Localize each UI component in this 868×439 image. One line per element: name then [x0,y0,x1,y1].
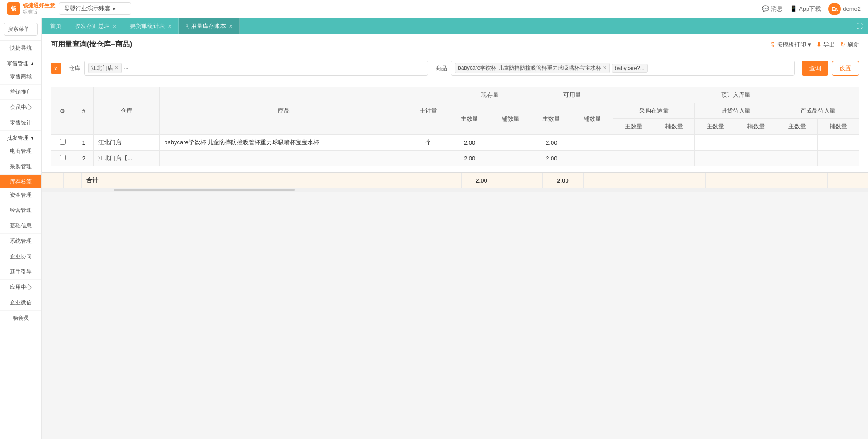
page-actions: 🖨 按模板打印 ▾ ⬇ 导出 ↻ 刷新 [769,41,859,49]
row-main-unit: 个 [408,135,449,151]
product-tag-babycare: babycare学饮杯 儿童防摔防撞吸管杯重力球吸嘴杯宝宝水杯 ✕ [455,63,610,73]
sidebar-item-retail-mall[interactable]: 零售商城 [0,69,41,85]
sidebar-item-retail-stats[interactable]: 零售统计 [0,115,41,131]
product-filter-tags[interactable]: babycare学饮杯 儿童防摔防撞吸管杯重力球吸嘴杯宝宝水杯 ✕ babyca… [451,61,795,76]
warehouse-tag-close[interactable]: ✕ [114,65,118,71]
sidebar-item-inventory-check[interactable]: 库存核算 [0,175,41,188]
tab-close-order-stats[interactable]: ✕ [168,24,172,29]
page-header: 可用量查询(按仓库+商品) 🖨 按模板打印 ▾ ⬇ 导出 ↻ [42,34,868,55]
col-purchase-transit-header: 采购在途量 [613,103,695,119]
row-finished-aux [818,135,859,151]
tab-available-inventory[interactable]: 可用量库存账本 ✕ [179,18,240,34]
sidebar-item-enterprise-wechat[interactable]: 企业微信 [0,295,41,311]
query-button[interactable]: 查询 [802,61,828,76]
tab-home[interactable]: 首页 [43,18,68,34]
minimize-icon[interactable]: — [846,23,853,30]
col-purchase-transit-aux: 辅数量 [654,119,695,135]
warehouse-filter-group: 仓库 江北门店 ✕ ··· [69,61,428,76]
sidebar-item-basic-info[interactable]: 基础信息 [0,218,41,234]
row-available-main-qty: 2.00 [531,135,572,151]
sidebar-item-wholesale-mgmt[interactable]: 批发管理 ▼ [0,131,41,144]
total-empty-settings [42,173,63,188]
page-content: 可用量查询(按仓库+商品) 🖨 按模板打印 ▾ ⬇ 导出 ↻ [42,34,868,439]
search-menu-button[interactable]: 搜索菜单 [4,23,38,36]
col-current-main-qty-header: 主数量 [449,103,490,135]
template-dropdown-icon: ▾ [808,41,811,48]
col-index-header: # [74,87,94,135]
row-warehouse: 江北门店【... [93,151,159,166]
tab-order-stats[interactable]: 要货单统计表 ✕ [123,18,179,34]
col-product-header: 商品 [160,87,408,135]
sidebar-item-member-vip[interactable]: 畅会员 [0,311,41,326]
sidebar-item-ecommerce-mgmt[interactable]: 电商管理 [0,144,41,159]
sidebar-item-newcomer-guide[interactable]: 新手引导 [0,264,41,280]
industry-selector[interactable]: 母婴行业演示账套 ▾ [59,2,131,15]
horizontal-scrollbar[interactable] [42,188,868,192]
sidebar-item-quick-nav[interactable]: 快捷导航 [0,41,41,56]
sidebar-item-retail-mgmt[interactable]: 零售管理 ▲ [0,56,41,69]
col-available-header: 可用量 [531,87,613,103]
filter-actions: 查询 设置 [802,61,859,76]
sidebar-item-enterprise-collab[interactable]: 企业协同 [0,249,41,264]
product-tag-close-1[interactable]: ✕ [603,65,607,71]
data-table: ⚙ # 仓库 商品 主计量 现存量 可用量 预计入库量 主数量 [51,87,859,166]
tab-close-available-inventory[interactable]: ✕ [229,24,233,29]
sidebar-item-member-center[interactable]: 会员中心 [0,100,41,115]
row-checkbox[interactable] [51,151,74,166]
brand-subtitle: 标准版 [23,9,55,15]
col-main-unit-header: 主计量 [408,87,449,135]
brand-icon: 畅 [7,2,20,15]
tab-close-income-expense[interactable]: ✕ [113,24,117,29]
refresh-button[interactable]: ↻ 刷新 [840,41,859,49]
app-download-button[interactable]: 📱 App下载 [790,5,821,13]
total-empty-index [63,173,81,188]
export-button[interactable]: ⬇ 导出 [816,41,835,49]
row-purchase-transit-main [613,151,654,166]
row-incoming-aux [736,135,777,151]
col-incoming-main: 主数量 [695,119,736,135]
arrow-icon: ▲ [30,61,35,66]
row-main-unit [408,151,449,166]
total-empty-unit [425,173,461,188]
message-button[interactable]: 💬 消息 [762,5,783,13]
sidebar-item-purchase-mgmt[interactable]: 采购管理 [0,159,41,175]
row-finished-main [777,135,818,151]
total-label: 合计 [81,173,136,188]
settings-button[interactable]: 设置 [832,61,859,76]
header-left: 畅 畅捷通好生意 标准版 母婴行业演示账套 ▾ [7,2,131,15]
content-area: 首页 收发存汇总表 ✕ 要货单统计表 ✕ 可用量库存账本 ✕ — ⛶ [42,18,868,439]
arrow-icon: ▼ [30,136,35,141]
total-incoming-aux [746,173,787,188]
user-menu[interactable]: Ea demo2 [828,3,861,15]
total-finished-main [787,173,827,188]
maximize-icon[interactable]: ⛶ [856,23,863,30]
sidebar-item-marketing[interactable]: 营销推广 [0,85,41,100]
warehouse-filter-more[interactable]: ··· [123,65,129,72]
sidebar: 搜索菜单 快捷导航 零售管理 ▲ 零售商城 营销推广 会员中心 零售统计 批发管… [0,18,42,439]
row-available-aux-qty [572,151,613,166]
row-incoming-aux [736,151,777,166]
total-incoming-main [705,173,746,188]
col-finished-aux: 辅数量 [818,119,859,135]
tab-income-expense[interactable]: 收发存汇总表 ✕ [68,18,123,34]
export-icon: ⬇ [816,41,821,48]
col-finished-goods-header: 产成品待入量 [777,103,859,119]
col-available-main-qty-header: 主数量 [531,103,572,135]
sidebar-item-app-center[interactable]: 应用中心 [0,280,41,295]
row-incoming-main [695,135,736,151]
footer-total: 合计 2.00 2.00 [42,172,868,188]
row-current-aux-qty [490,135,531,151]
row-checkbox[interactable] [51,135,74,151]
main-layout: 搜索菜单 快捷导航 零售管理 ▲ 零售商城 营销推广 会员中心 零售统计 批发管… [0,18,868,439]
total-current-main-qty: 2.00 [461,173,502,188]
sidebar-item-system-mgmt[interactable]: 系统管理 [0,234,41,249]
header-right: 💬 消息 📱 App下载 Ea demo2 [762,3,861,15]
template-print-button[interactable]: 🖨 按模板打印 ▾ [769,41,811,49]
warehouse-filter-tags[interactable]: 江北门店 ✕ ··· [84,61,428,76]
filter-expand-button[interactable]: » [51,63,61,74]
sidebar-item-finance-mgmt[interactable]: 资金管理 [0,188,41,203]
row-purchase-transit-main [613,135,654,151]
scrollbar-thumb[interactable] [114,189,295,191]
sidebar-item-operations-mgmt[interactable]: 经营管理 [0,203,41,218]
dropdown-arrow-icon: ▾ [113,5,116,12]
